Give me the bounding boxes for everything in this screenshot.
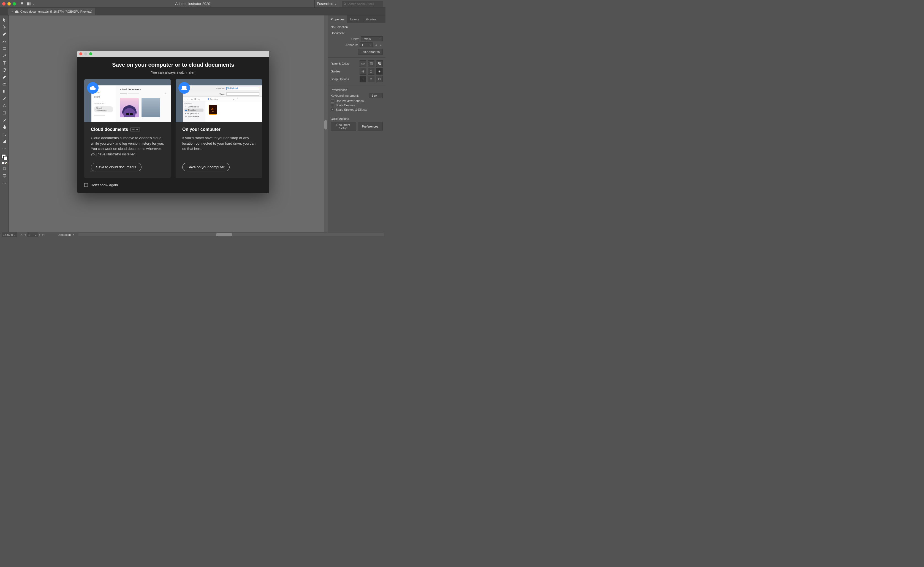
scale-strokes-checkbox[interactable]: Scale Strokes & Effects (331, 108, 383, 111)
selection-tool[interactable] (1, 17, 8, 23)
svg-point-10 (5, 106, 6, 107)
slice-tool[interactable] (1, 117, 8, 123)
zoom-dropdown[interactable]: 16.67% (2, 233, 17, 237)
app-titlebar: ⌄ Adobe Illustrator 2020 Essentials ⌄ (0, 0, 386, 8)
save-on-computer-button[interactable]: Save on your computer (182, 163, 230, 171)
screen-mode-button[interactable] (1, 173, 8, 179)
fill-stroke-swatch[interactable] (2, 154, 8, 160)
preferences-button[interactable]: Preferences (358, 122, 383, 131)
scale-corners-checkbox[interactable]: Scale Corners (331, 104, 383, 107)
rectangle-tool[interactable] (1, 46, 8, 51)
artboard-dropdown[interactable]: 1 (360, 42, 373, 47)
svg-rect-12 (3, 111, 6, 114)
zoom-tool[interactable] (1, 132, 8, 137)
checkbox-icon[interactable] (84, 183, 88, 187)
adobe-stock-search[interactable] (342, 1, 383, 7)
prev-artboard-icon[interactable]: ◄ (24, 233, 26, 236)
transparency-grid-icon[interactable] (376, 60, 383, 67)
curvature-tool[interactable] (1, 39, 8, 44)
snap-to-grid-icon[interactable] (368, 76, 375, 83)
rotate-tool[interactable] (1, 67, 8, 73)
eraser-tool[interactable] (1, 74, 8, 80)
dialog-subtitle: You can always switch later. (84, 70, 262, 74)
eyedropper-tool[interactable] (1, 96, 8, 101)
cloud-card-description: Cloud documents autosave to Adobe's clou… (91, 135, 164, 158)
document-tabstrip: ✕ Cloud documents.aic @ 16.67% (RGB/GPU … (0, 8, 386, 15)
svg-rect-4 (3, 47, 6, 50)
cloud-icon (15, 10, 19, 13)
preferences-section-title: Preferences (331, 88, 383, 92)
artboard-number-dropdown[interactable]: 1 (27, 233, 38, 237)
tab-layers[interactable]: Layers (347, 15, 362, 23)
svg-rect-38 (370, 71, 372, 72)
paintbrush-tool[interactable] (1, 53, 8, 59)
close-window-icon[interactable] (2, 2, 6, 6)
edit-artboards-button[interactable]: Edit Artboards (358, 49, 383, 54)
horizontal-scrollbar[interactable] (78, 233, 384, 236)
document-setup-button[interactable]: Document Setup (331, 122, 356, 131)
next-artboard-icon[interactable]: ► (39, 233, 41, 236)
direct-selection-tool[interactable] (1, 24, 8, 30)
cloud-documents-card: Home Learn YOUR WORK Cloud documents Clo… (84, 79, 171, 178)
chevron-down-icon: ⌄ (32, 3, 34, 5)
scrollbar-thumb[interactable] (216, 233, 232, 236)
prev-artboard-icon[interactable]: ◄ (374, 44, 378, 47)
workspace-switcher[interactable]: Essentials ⌄ (314, 0, 339, 8)
svg-rect-20 (3, 167, 6, 170)
symbol-sprayer-tool[interactable] (1, 103, 8, 108)
svg-line-3 (345, 4, 346, 5)
tab-properties[interactable]: Properties (328, 15, 347, 23)
smart-guides-icon[interactable] (376, 68, 383, 75)
window-traffic-lights (2, 2, 16, 6)
close-dialog-icon[interactable] (79, 52, 82, 56)
arrange-documents-button[interactable]: ⌄ (27, 2, 34, 6)
document-tab[interactable]: ✕ Cloud documents.aic @ 16.67% (RGB/GPU … (8, 8, 95, 15)
svg-line-16 (4, 135, 6, 136)
status-menu-icon[interactable]: ▸ (73, 233, 75, 236)
vertical-scrollbar[interactable] (324, 15, 328, 232)
snap-to-pixel-icon[interactable] (376, 76, 383, 83)
computer-card-description: If you'd rather save to your desktop or … (182, 135, 255, 158)
search-input[interactable] (346, 2, 382, 6)
edit-toolbar-button[interactable]: ••• (1, 146, 8, 152)
color-mode-icons[interactable] (2, 162, 7, 164)
svg-rect-45 (379, 78, 381, 80)
dont-show-again-checkbox[interactable]: Don't show again (84, 183, 262, 187)
stroke-swatch[interactable] (3, 156, 8, 160)
minimize-window-icon[interactable] (8, 2, 11, 6)
guides-label: Guides (331, 70, 358, 73)
pen-tool[interactable] (1, 32, 8, 37)
save-to-cloud-button[interactable]: Save to cloud documents (91, 163, 141, 171)
hand-tool[interactable] (1, 125, 8, 130)
zoom-window-icon[interactable] (13, 2, 16, 6)
document-tab-label: Cloud documents.aic @ 16.67% (RGB/GPU Pr… (20, 10, 92, 13)
lock-guides-icon[interactable] (368, 68, 375, 75)
home-icon[interactable] (20, 2, 24, 6)
keyboard-increment-input[interactable]: 1 px (369, 93, 383, 98)
current-tool-label: Selection (58, 233, 71, 236)
zoom-dialog-icon[interactable] (89, 52, 92, 56)
draw-mode-normal[interactable] (1, 166, 8, 171)
first-artboard-icon[interactable]: I◄ (20, 233, 22, 236)
snap-to-point-icon[interactable] (360, 76, 366, 83)
close-tab-icon[interactable]: ✕ (11, 10, 13, 13)
column-graph-tool[interactable] (1, 139, 8, 144)
ai-file-icon: Ai AI (209, 105, 217, 114)
last-artboard-icon[interactable]: ►I (42, 233, 45, 236)
cloud-hero-preview: Home Learn YOUR WORK Cloud documents Clo… (84, 79, 171, 122)
artboard-tool[interactable] (1, 110, 8, 116)
next-artboard-icon[interactable]: ► (379, 44, 383, 47)
more-tools[interactable]: ••• (1, 180, 8, 186)
dialog-titlebar (77, 51, 269, 57)
shape-builder-tool[interactable] (1, 81, 8, 87)
show-guides-icon[interactable] (360, 68, 366, 75)
ruler-icon[interactable] (360, 60, 366, 67)
use-preview-bounds-checkbox[interactable]: Use Preview Bounds (331, 99, 383, 102)
gradient-tool[interactable] (1, 89, 8, 94)
grid-icon[interactable] (368, 60, 375, 67)
panel-tabs: Properties Layers Libraries (328, 15, 386, 23)
scrollbar-thumb[interactable] (324, 120, 327, 129)
units-dropdown[interactable]: Pixels (361, 36, 383, 41)
tab-libraries[interactable]: Libraries (362, 15, 379, 23)
type-tool[interactable] (1, 60, 8, 66)
